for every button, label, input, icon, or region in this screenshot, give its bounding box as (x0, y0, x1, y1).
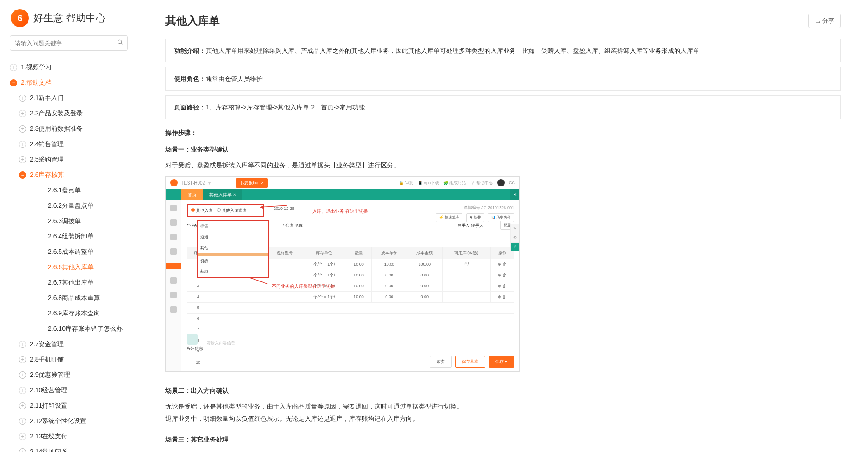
nav-leaf-268[interactable]: 2.6.8商品成本重算 (28, 290, 128, 306)
svg-point-0 (118, 40, 122, 43)
nav-label: 2.13在线支付 (30, 433, 67, 441)
nav-inventory[interactable]: −2.6库存核算 (19, 167, 128, 183)
search-input[interactable] (10, 35, 128, 51)
nav-leaf-263[interactable]: 2.6.3调拨单 (28, 214, 128, 229)
svg-line-1 (121, 43, 123, 44)
ss-tabs: 首页 其他入库单 × × (166, 189, 519, 200)
memo-icon (187, 334, 198, 345)
rail-icon-active (166, 263, 181, 269)
nav-label: 2.6库存核算 (30, 171, 64, 179)
ss-logo-icon (170, 179, 178, 186)
collapse-icon: − (10, 79, 17, 86)
title-row: 其他入库单 分享 (165, 14, 841, 28)
search-icon[interactable] (117, 39, 123, 47)
ss-right-rail: ✎ ⟲ ⤢ (510, 224, 519, 251)
ss-testlabel: TEST-H002 (181, 179, 205, 187)
scene2-text2: 退库业务中，明细数量均以负值红色展示。无论是入库还是退库，库存账均记在入库方向。 (165, 413, 841, 425)
role-text: 通常由仓管人员维护 (206, 75, 263, 82)
nav-funds[interactable]: +2.7资金管理 (19, 337, 128, 352)
svg-marker-3 (260, 205, 264, 209)
nav-label: 2.10经营管理 (30, 386, 67, 395)
nav-faq[interactable]: +2.14常见问题 (19, 444, 128, 452)
steps-section: 操作步骤： 场景一：业务类型确认 对于受赠、盘盈或是拆装入库等不同的业务，是通过… (165, 129, 841, 452)
path-label: 页面路径： (174, 104, 206, 111)
ss-save-button: 保存 ▾ (489, 356, 514, 368)
ss-footer: 放弃 保存草稿 保存 ▾ (430, 356, 514, 368)
brand-text: 好生意 帮助中心 (33, 11, 106, 25)
nav-list: +1.视频学习 −2.帮助文档 +2.1新手入门 +2.2产品安装及登录 +2.… (0, 60, 138, 452)
ss-bug-button: 我要报bug > (236, 178, 268, 188)
nav-leaf-266[interactable]: 2.6.6其他入库单 (28, 260, 128, 275)
rail-icon (170, 205, 177, 211)
expand-icon: + (19, 341, 26, 348)
nav-label: 2.14常见问题 (30, 448, 67, 452)
nav-label: 2.7资金管理 (30, 340, 64, 348)
rail-icon (170, 234, 177, 240)
ss-memo: 备注信息 请输入内容信息 (187, 334, 235, 352)
share-label: 分享 (822, 17, 834, 25)
nav-leaf-261[interactable]: 2.6.1盘点单 (28, 183, 128, 198)
scene2-text1: 无论是受赠，还是其他类型的业务，由于入库商品质量等原因，需要退回，这时可通过单据… (165, 400, 841, 413)
expand-icon: + (19, 371, 26, 379)
nav-print[interactable]: +2.11打印设置 (19, 398, 128, 414)
nav-leaf-264[interactable]: 2.6.4组装拆卸单 (28, 229, 128, 244)
ss-draft-button: 保存草稿 (455, 356, 485, 368)
ss-topbar: TEST-H002 ▾ 我要报bug > 🔒 审批 📱 App下载 🧩 组成商品… (166, 177, 519, 189)
expand-icon: + (19, 125, 26, 133)
expand-icon: + (19, 110, 26, 117)
scene1: 场景一：业务类型确认 对于受赠、盘盈或是拆装入库等不同的业务，是通过单据头【业务… (165, 143, 841, 372)
path-box: 页面路径：1、库存核算->库存管理->其他入库单 2、首页->常用功能 (165, 95, 841, 119)
page-title: 其他入库单 (165, 14, 220, 28)
nav-mobile-shop[interactable]: +2.8手机旺铺 (19, 352, 128, 367)
nav-help-docs[interactable]: −2.帮助文档 (10, 75, 128, 90)
intro-label: 功能介绍： (174, 47, 206, 54)
avatar-icon (497, 179, 505, 186)
scene2-title: 场景二：出入方向确认 (165, 385, 841, 397)
scene2: 场景二：出入方向确认 无论是受赠，还是其他类型的业务，由于入库商品质量等原因，需… (165, 385, 841, 424)
ss-date-field: 2019-12-26 (272, 204, 296, 214)
rail-icon (170, 277, 177, 284)
scene1-desc: 对于受赠、盘盈或是拆装入库等不同的业务，是通过单据头【业务类型】进行区分。 (165, 159, 841, 171)
share-icon (815, 18, 821, 24)
app-screenshot: TEST-H002 ▾ 我要报bug > 🔒 审批 📱 App下载 🧩 组成商品… (165, 176, 520, 372)
rail-icon (170, 219, 177, 226)
collapse-icon: − (19, 171, 26, 179)
nav-getting-started[interactable]: +2.1新手入门 (19, 90, 128, 106)
nav-label: 2.11打印设置 (30, 402, 67, 410)
search-box (10, 35, 128, 51)
expand-icon: + (10, 64, 17, 71)
nav-online-pay[interactable]: +2.13在线支付 (19, 429, 128, 444)
nav-leaf-269[interactable]: 2.6.9库存账本查询 (28, 306, 128, 321)
rail-icon: ⤢ (510, 242, 519, 251)
nav-leaf-262[interactable]: 2.6.2分量盘点单 (28, 198, 128, 214)
nav-leaf-265[interactable]: 2.6.5成本调整单 (28, 244, 128, 260)
expand-icon: + (19, 356, 26, 363)
ss-tab-home: 首页 (181, 189, 203, 200)
nav-coupon[interactable]: +2.9优惠券管理 (19, 367, 128, 383)
nav-label: 1.视频学习 (21, 63, 52, 71)
nav-business[interactable]: +2.10经营管理 (19, 383, 128, 398)
nav-sales[interactable]: +2.4销售管理 (19, 137, 128, 152)
nav-video-learning[interactable]: +1.视频学习 (10, 60, 128, 75)
nav-personalize[interactable]: +2.12系统个性化设置 (19, 414, 128, 429)
nav-leaf-2610[interactable]: 2.6.10库存账本错了怎么办 (28, 321, 128, 337)
sidebar: 6 好生意 帮助中心 +1.视频学习 −2.帮助文档 +2.1新手入门 +2.2… (0, 0, 138, 452)
share-button[interactable]: 分享 (808, 14, 841, 28)
rail-icon (170, 306, 177, 313)
nav-purchase[interactable]: +2.5采购管理 (19, 152, 128, 167)
nav-install-login[interactable]: +2.2产品安装及登录 (19, 106, 128, 121)
nav-leaf-267[interactable]: 2.6.7其他出库单 (28, 275, 128, 290)
brand-logo-icon: 6 (11, 9, 29, 27)
nav-label: 2.帮助文档 (21, 79, 52, 87)
nav-data-prep[interactable]: +2.3使用前数据准备 (19, 121, 128, 137)
radio-on-icon (191, 208, 195, 212)
radio-off-icon (217, 208, 221, 212)
nav-label: 2.12系统个性化设置 (30, 417, 86, 425)
ss-discard-button: 放弃 (430, 356, 452, 368)
rail-icon (170, 292, 177, 298)
ss-annotation2: 不同业务的入库类型在这里切换 (272, 282, 335, 290)
intro-box: 功能介绍：其他入库单用来处理除采购入库、产成品入库之外的其他入库业务，因此其他入… (165, 39, 841, 62)
ss-tab-active: 其他入库单 × (203, 189, 242, 200)
ss-toolbar: ⚡ 快速填充 ⮟ 折叠 📊 历史售价 (436, 213, 514, 222)
scene1-title: 场景一：业务类型确认 (165, 143, 841, 156)
